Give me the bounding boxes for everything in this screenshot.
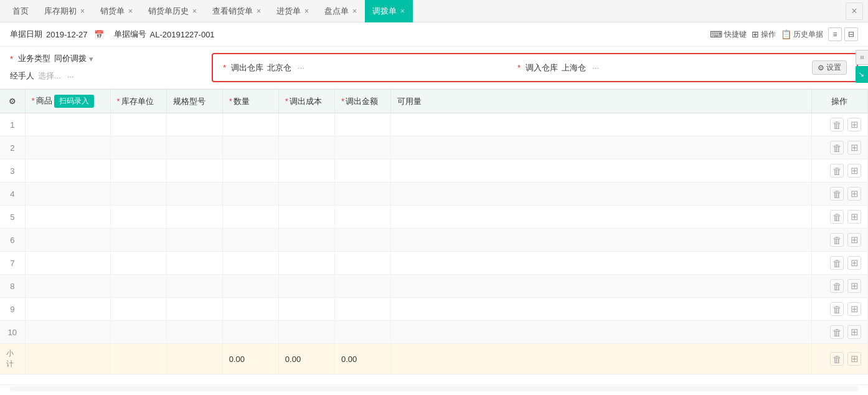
cost-cell[interactable] (278, 206, 334, 229)
copy-row-icon[interactable]: ⊞ (847, 256, 861, 270)
copy-row-icon[interactable]: ⊞ (847, 302, 861, 316)
copy-row-icon[interactable]: ⊞ (847, 233, 861, 247)
copy-row-icon[interactable]: ⊞ (847, 118, 861, 131)
delete-row-icon[interactable]: 🗑 (830, 256, 844, 270)
product-cell[interactable] (25, 183, 110, 206)
tab-transfer[interactable]: 调拨单 × (365, 0, 413, 22)
tab-close-transfer[interactable]: × (400, 7, 405, 16)
unit-cell[interactable] (110, 321, 166, 344)
unit-cell[interactable] (110, 252, 166, 275)
qty-cell[interactable] (222, 183, 278, 206)
delete-row-icon[interactable]: 🗑 (830, 164, 844, 178)
spec-cell[interactable] (166, 136, 222, 159)
qty-cell[interactable] (222, 229, 278, 252)
delete-row-icon[interactable]: 🗑 (830, 302, 844, 316)
copy-row-icon[interactable]: ⊞ (847, 210, 861, 224)
business-type-arrow[interactable]: ▾ (89, 54, 93, 64)
grid-view-button[interactable]: ⊟ (844, 27, 858, 41)
copy-row-icon[interactable]: ⊞ (847, 141, 861, 155)
delete-row-icon[interactable]: 🗑 (830, 279, 844, 293)
col-settings-header[interactable]: ⚙ (0, 90, 25, 113)
qty-cell[interactable] (222, 321, 278, 344)
amount-cell[interactable] (335, 136, 391, 159)
cost-cell[interactable] (278, 159, 334, 183)
calendar-icon[interactable]: 📅 (94, 30, 104, 39)
spec-cell[interactable] (166, 113, 222, 136)
product-cell[interactable] (25, 275, 110, 298)
unit-cell[interactable] (110, 229, 166, 252)
tab-view-sales[interactable]: 查看销货单 × (205, 0, 269, 22)
close-all-button[interactable]: × (846, 2, 863, 20)
unit-cell[interactable] (110, 183, 166, 206)
product-cell[interactable] (25, 321, 110, 344)
qty-cell[interactable] (222, 113, 278, 136)
amount-cell[interactable] (335, 183, 391, 206)
spec-cell[interactable] (166, 183, 222, 206)
tab-close-sales-order[interactable]: × (128, 7, 133, 16)
product-cell[interactable] (25, 229, 110, 252)
spec-cell[interactable] (166, 321, 222, 344)
tab-close-initial-stock[interactable]: × (80, 7, 85, 16)
qty-cell[interactable] (222, 206, 278, 229)
cost-cell[interactable] (278, 252, 334, 275)
amount-cell[interactable] (335, 321, 391, 344)
delete-row-icon[interactable]: 🗑 (830, 233, 844, 247)
product-cell[interactable] (25, 252, 110, 275)
tab-close-purchase-order[interactable]: × (304, 7, 309, 16)
copy-icon[interactable]: ⊞ (847, 352, 861, 366)
tab-purchase-order[interactable]: 进货单 × (269, 0, 317, 22)
amount-cell[interactable] (335, 298, 391, 321)
tab-inventory[interactable]: 盘点单 × (317, 0, 365, 22)
qty-cell[interactable] (222, 159, 278, 183)
list-view-button[interactable]: ≡ (828, 27, 842, 41)
amount-cell[interactable] (335, 275, 391, 298)
shortcuts-button[interactable]: ⌨ 快捷键 (710, 29, 747, 40)
history-button[interactable]: 📋 历史单据 (781, 29, 823, 40)
unit-cell[interactable] (110, 159, 166, 183)
amount-cell[interactable] (335, 113, 391, 136)
product-cell[interactable] (25, 159, 110, 183)
tab-home[interactable]: 首页 (5, 0, 37, 22)
amount-cell[interactable] (335, 229, 391, 252)
date-value[interactable]: 2019-12-27 (46, 30, 88, 39)
spec-cell[interactable] (166, 229, 222, 252)
cost-cell[interactable] (278, 113, 334, 136)
qty-cell[interactable] (222, 275, 278, 298)
qty-cell[interactable] (222, 298, 278, 321)
product-cell[interactable] (25, 113, 110, 136)
spec-cell[interactable] (166, 252, 222, 275)
cost-cell[interactable] (278, 183, 334, 206)
qty-cell[interactable] (222, 252, 278, 275)
unit-cell[interactable] (110, 206, 166, 229)
cost-cell[interactable] (278, 136, 334, 159)
unit-cell[interactable] (110, 298, 166, 321)
h-scrollbar[interactable] (10, 386, 858, 391)
business-type-select[interactable]: 同价调拨 ▾ (54, 53, 93, 64)
out-warehouse-more[interactable]: ··· (298, 63, 304, 72)
operations-button[interactable]: ⊞ 操作 (752, 29, 776, 40)
spec-cell[interactable] (166, 159, 222, 183)
spec-cell[interactable] (166, 275, 222, 298)
cost-cell[interactable] (278, 321, 334, 344)
tab-close-inventory[interactable]: × (352, 7, 357, 16)
delete-row-icon[interactable]: 🗑 (830, 210, 844, 224)
cost-cell[interactable] (278, 298, 334, 321)
scan-button[interactable]: 扫码录入 (54, 95, 94, 108)
spec-cell[interactable] (166, 206, 222, 229)
warehouse-settings-button[interactable]: ⚙ 设置 (812, 60, 847, 75)
copy-row-icon[interactable]: ⊞ (847, 164, 861, 178)
delete-row-icon[interactable]: 🗑 (830, 325, 844, 339)
out-warehouse-value[interactable]: 北京仓 (267, 62, 291, 74)
delete-row-icon[interactable]: 🗑 (830, 118, 844, 131)
spec-cell[interactable] (166, 298, 222, 321)
tab-close-sales-history[interactable]: × (192, 7, 197, 16)
product-cell[interactable] (25, 298, 110, 321)
handler-select[interactable]: 选择... (38, 70, 61, 82)
tab-initial-stock[interactable]: 库存期初 × (37, 0, 93, 22)
copy-row-icon[interactable]: ⊞ (847, 325, 861, 339)
unit-cell[interactable] (110, 275, 166, 298)
delete-icon[interactable]: 🗑 (830, 352, 844, 366)
in-warehouse-more[interactable]: ··· (592, 63, 599, 72)
delete-row-icon[interactable]: 🗑 (830, 187, 844, 201)
unit-cell[interactable] (110, 136, 166, 159)
